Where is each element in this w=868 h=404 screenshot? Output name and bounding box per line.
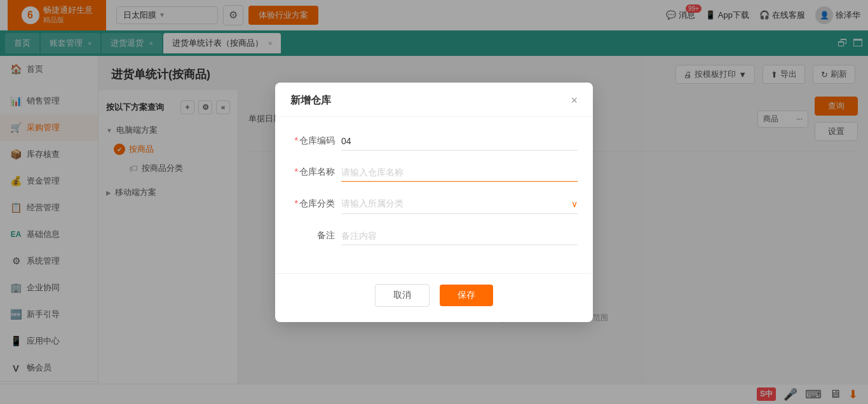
form-row-name: *仓库名称 xyxy=(290,163,578,182)
form-label-category: *仓库分类 xyxy=(290,198,341,210)
modal-close-button[interactable]: × xyxy=(571,95,578,106)
modal-title: 新增仓库 xyxy=(290,94,331,107)
category-placeholder: 请输入所属分类 xyxy=(341,198,403,210)
modal-footer: 取消 保存 xyxy=(275,273,593,322)
form-label-name: *仓库名称 xyxy=(290,166,341,178)
form-row-remark: 备注 xyxy=(290,227,578,245)
new-warehouse-modal: 新增仓库 × *仓库编码 *仓库名称 *仓库分类 xyxy=(275,83,593,322)
cancel-button[interactable]: 取消 xyxy=(375,284,430,307)
warehouse-remark-input[interactable] xyxy=(341,227,578,245)
form-row-code: *仓库编码 xyxy=(290,132,578,151)
form-label-code: *仓库编码 xyxy=(290,135,341,147)
warehouse-name-input[interactable] xyxy=(341,163,578,182)
warehouse-code-input[interactable] xyxy=(341,132,578,151)
modal-overlay[interactable]: 新增仓库 × *仓库编码 *仓库名称 *仓库分类 xyxy=(0,0,868,404)
save-button[interactable]: 保存 xyxy=(440,285,493,306)
modal-header: 新增仓库 × xyxy=(275,83,593,117)
modal-body: *仓库编码 *仓库名称 *仓库分类 请输入所属分类 ∨ xyxy=(275,117,593,273)
form-row-category: *仓库分类 请输入所属分类 ∨ xyxy=(290,194,578,214)
category-dropdown-arrow: ∨ xyxy=(571,199,578,209)
warehouse-category-select[interactable]: 请输入所属分类 ∨ xyxy=(341,194,578,214)
form-label-remark: 备注 xyxy=(290,230,341,241)
